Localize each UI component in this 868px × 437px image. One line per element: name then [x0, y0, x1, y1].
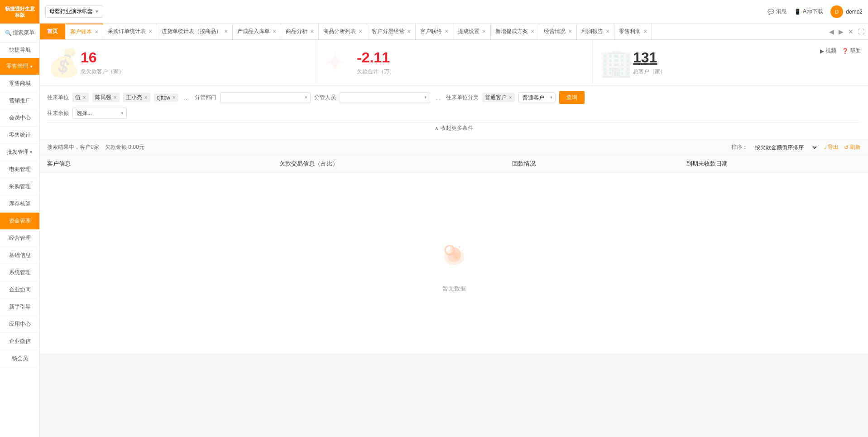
sidebar-item-retail-mgmt[interactable]: 零售管理 ▼ — [0, 58, 39, 75]
table-col-customer-info: 客户信息 — [47, 160, 279, 168]
tab-close-icon[interactable]: ✕ — [606, 29, 609, 34]
filter-unit-class-tag: 普通客户 ✕ — [482, 93, 515, 102]
tab-close-icon[interactable]: ✕ — [407, 29, 411, 34]
tab-business-situation[interactable]: 经营情况 ✕ — [539, 24, 577, 40]
app-download-button[interactable]: 📱 App下载 — [794, 8, 823, 15]
filter-unit-class-label: 往来单位分类 — [446, 94, 479, 101]
tab-close-icon[interactable]: ✕ — [568, 29, 572, 34]
sidebar-item-retail-stats[interactable]: 零售统计 — [0, 127, 39, 144]
chevron-down-icon: ▼ — [29, 150, 33, 154]
sidebar-item-app-center[interactable]: 应用中心 — [0, 316, 39, 333]
tab-close-icon[interactable]: ✕ — [224, 29, 228, 34]
export-button[interactable]: ↓ 导出 — [824, 143, 839, 151]
sidebar-item-ecommerce[interactable]: 电商管理 — [0, 161, 39, 178]
sidebar: 畅捷通好生意 标版 🔍 搜索菜单 快捷导航 零售管理 ▼ 零售商城 营销推广 会… — [0, 0, 40, 437]
filter-more-dots[interactable]: ... — [182, 93, 191, 102]
sidebar-item-enterprise-wechat[interactable]: 企业微信 — [0, 333, 39, 350]
tab-product-analysis-list[interactable]: 商品分析列表 ✕ — [319, 24, 367, 40]
filter-balance-select[interactable]: 选择... — [72, 108, 127, 119]
messages-button[interactable]: 💬 消息 — [767, 8, 787, 15]
stat-coin-icon: 💰 — [47, 47, 81, 79]
tab-retail-profit[interactable]: 零售利润 ✕ — [614, 24, 652, 40]
sidebar-item-basics[interactable]: 基础信息 — [0, 247, 39, 264]
filter-dept-select[interactable] — [220, 92, 311, 103]
tab-promotion-settings[interactable]: 提成设置 ✕ — [453, 24, 491, 40]
avatar: D — [830, 5, 843, 18]
sidebar-item-retail-mall[interactable]: 零售商城 — [0, 75, 39, 92]
tab-close-icon[interactable]: ✕ — [531, 29, 534, 34]
page-content-scroll: ▶ 视频 ❓ 帮助 💰 16 总欠款客户（家） — [40, 40, 868, 437]
app-logo-subtext: 标版 — [15, 12, 25, 18]
stat-value-total-customers: 131 — [633, 49, 666, 66]
tab-close-all-button[interactable]: ✕ — [846, 27, 855, 36]
tab-product-analysis[interactable]: 商品分析 ✕ — [281, 24, 319, 40]
tab-close-icon[interactable]: ✕ — [149, 29, 152, 34]
sidebar-item-system[interactable]: 系统管理 — [0, 264, 39, 281]
tab-profit-report[interactable]: 利润报告 ✕ — [577, 24, 614, 40]
filter-unit-label: 往来单位 — [47, 94, 69, 101]
tab-close-icon[interactable]: ✕ — [359, 29, 362, 34]
tab-close-icon[interactable]: ✕ — [310, 29, 314, 34]
tab-production-inbound[interactable]: 产成品入库单 ✕ — [233, 24, 281, 40]
tab-purchase-order-stats[interactable]: 采购订单统计表 ✕ — [103, 24, 157, 40]
stat-debt-total: ✦ -2.11 欠款合计（万） — [316, 40, 592, 85]
filter-person-select[interactable] — [340, 92, 430, 103]
filter-tag-close-3[interactable]: ✕ — [172, 95, 176, 100]
filter-tag-close-2[interactable]: ✕ — [144, 95, 148, 100]
svg-point-8 — [460, 244, 461, 245]
search-icon: 🔍 — [5, 30, 12, 36]
sidebar-item-newbie[interactable]: 新手引导 — [0, 299, 39, 316]
topbar: 母婴行业演示帐套 ▼ 💬 消息 📱 App下载 D demo2 — [40, 0, 868, 24]
query-button[interactable]: 查询 — [559, 91, 585, 104]
tab-close-icon[interactable]: ✕ — [95, 29, 98, 34]
tab-close-icon[interactable]: ✕ — [273, 29, 276, 34]
sort-select[interactable]: 按欠款金额倒序排序 — [753, 144, 818, 151]
table-col-debt-info: 欠款交易信息（占比） — [279, 160, 512, 168]
quick-nav-item[interactable]: 快捷导航 — [0, 43, 39, 58]
empty-text: 暂无数据 — [442, 285, 466, 293]
filter-tag-close-1[interactable]: ✕ — [113, 95, 117, 100]
export-icon: ↓ — [824, 144, 826, 151]
results-summary: 搜索结果中，客户0家 欠款金额 0.00元 — [47, 143, 144, 151]
table-body: 暂无数据 — [40, 173, 868, 354]
tab-fullscreen-button[interactable]: ⛶ — [856, 27, 866, 36]
chevron-down-icon: ▼ — [95, 9, 99, 14]
sidebar-item-wholesale[interactable]: 批发管理 ▼ — [0, 144, 39, 161]
tab-home[interactable]: 首页 — [40, 24, 66, 40]
stat-building-icon: 🏢 — [599, 47, 633, 79]
sidebar-item-finance[interactable]: 资金管理 — [0, 213, 39, 230]
filter-person-dots[interactable]: ... — [434, 93, 443, 102]
sidebar-item-enterprise[interactable]: 企业协同 — [0, 281, 39, 299]
filter-tag-2: 王小亮 ✕ — [123, 93, 150, 102]
sidebar-item-inventory[interactable]: 库存核算 — [0, 195, 39, 213]
filter-unit-class-select[interactable]: 普通客户 — [518, 92, 556, 103]
sidebar-item-member[interactable]: 会员中心 — [0, 109, 39, 127]
user-menu[interactable]: D demo2 — [830, 5, 863, 18]
table-col-due-date: 到期未收款日期 — [686, 160, 861, 168]
tab-customer-tier[interactable]: 客户分层经营 ✕ — [367, 24, 416, 40]
tab-close-icon[interactable]: ✕ — [643, 29, 647, 34]
tab-new-promotion[interactable]: 新增提成方案 ✕ — [491, 24, 539, 40]
sidebar-item-marketing[interactable]: 营销推广 — [0, 92, 39, 109]
refresh-button[interactable]: ↺ 刷新 — [844, 143, 861, 151]
sidebar-search[interactable]: 🔍 搜索菜单 — [0, 24, 39, 43]
filter-tag-close-0[interactable]: ✕ — [82, 95, 86, 100]
filter-unit-class-close[interactable]: ✕ — [508, 95, 512, 100]
tab-close-icon[interactable]: ✕ — [482, 29, 486, 34]
sidebar-item-operations[interactable]: 经营管理 — [0, 230, 39, 247]
stat-total-customers: 🏢 131 总客户（家） — [592, 40, 868, 85]
filter-tag-1: 陈民强 ✕ — [92, 93, 120, 102]
account-selector[interactable]: 母婴行业演示帐套 ▼ — [45, 5, 103, 18]
tab-prev-button[interactable]: ◀ — [827, 27, 836, 36]
filter-balance-label: 往来余额 — [47, 109, 69, 117]
tab-close-icon[interactable]: ✕ — [445, 29, 448, 34]
tab-customer-accounts[interactable]: 客户账本 ✕ — [66, 24, 103, 40]
sidebar-item-purchase[interactable]: 采购管理 — [0, 178, 39, 195]
search-menu-button[interactable]: 🔍 搜索菜单 — [3, 27, 37, 38]
stat-label-debt-total: 欠款合计（万） — [357, 68, 395, 76]
sidebar-item-vip-member[interactable]: 畅会员 — [0, 350, 39, 367]
tab-next-button[interactable]: ▶ — [837, 27, 845, 36]
tab-customer-contact[interactable]: 客户联络 ✕ — [416, 24, 453, 40]
tab-purchase-stats-by-product[interactable]: 进货单统计表（按商品） ✕ — [157, 24, 233, 40]
filter-collapse-btn[interactable]: ∧ 收起更多条件 — [435, 124, 473, 132]
